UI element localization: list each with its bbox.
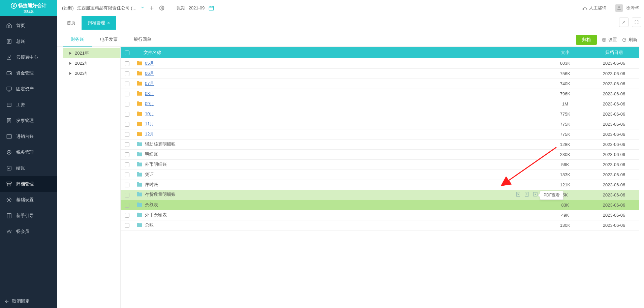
add-company-icon[interactable] [148,5,155,11]
subtab-einvoice[interactable]: 电子发票 [92,33,126,47]
table-row[interactable]: 09月1M2023-06-06 [121,99,639,109]
row-checkbox[interactable] [125,132,129,137]
company-settings-icon[interactable] [158,5,165,11]
file-name[interactable]: 07月 [145,81,154,87]
file-size: 121K [542,180,589,190]
excel-export-icon[interactable] [516,191,521,198]
unpin-button[interactable]: 取消固定 [0,295,57,308]
table-row[interactable]: 08月796K2023-06-06 [121,89,639,99]
tab-archive-close-icon[interactable]: × [107,20,110,26]
row-checkbox[interactable] [125,213,129,218]
table-row[interactable]: 总账130K2023-06-06 [121,220,639,230]
year-node[interactable]: 2021年 [63,48,120,58]
tab-close-all-button[interactable] [619,18,628,27]
table-row[interactable]: 07月740K2023-06-06 [121,79,639,89]
row-checkbox[interactable] [125,173,129,177]
tab-home-label: 首页 [67,20,75,26]
sidebar-item-tax[interactable]: 税务管理 [0,144,57,160]
gear-icon [6,197,12,203]
table-row[interactable]: 05月603K2023-06-06 [121,58,639,68]
file-name[interactable]: 外币余额表 [145,212,167,218]
file-size: 775K [542,119,589,129]
sidebar-item-guide[interactable]: 新手引导 [0,208,57,223]
row-checkbox[interactable] [125,61,129,66]
file-name[interactable]: 总账 [145,222,154,228]
table-row[interactable]: 存货数量明细账PDF查看5K2023-06-06 [121,190,639,200]
file-name[interactable]: 08月 [145,91,154,97]
table-row[interactable]: 凭证183K2023-06-06 [121,170,639,180]
table-row[interactable]: 11月775K2023-06-06 [121,119,639,129]
row-checkbox[interactable] [125,142,129,147]
row-checkbox[interactable] [125,203,129,208]
sidebar-item-close[interactable]: 结账 [0,160,57,176]
table-row[interactable]: 外币余额表49K2023-06-06 [121,210,639,220]
row-checkbox[interactable] [125,152,129,157]
sidebar-item-vip[interactable]: 畅会员 [0,223,57,239]
tab-home[interactable]: 首页 [61,16,82,30]
sidebar-item-invoice[interactable]: 发票管理 [0,113,57,128]
file-name[interactable]: 06月 [145,70,154,76]
folder-icon [137,172,142,177]
svg-point-18 [604,39,605,40]
table-row[interactable]: 明细账230K2023-06-06 [121,149,639,159]
row-checkbox[interactable] [125,82,129,86]
year-node[interactable]: 2022年 [63,58,120,68]
row-checkbox[interactable] [125,193,129,197]
file-name[interactable]: 12月 [145,131,154,137]
row-checkbox[interactable] [125,112,129,117]
file-name[interactable]: 11月 [145,121,154,127]
row-checkbox[interactable] [125,102,129,106]
pdf-view-icon[interactable] [532,191,538,198]
col-size: 大小 [542,47,589,58]
table-row[interactable]: 辅助核算明细账128K2023-06-06 [121,139,639,149]
row-checkbox[interactable] [125,71,129,76]
pdf-export-icon[interactable] [524,191,530,198]
file-name[interactable]: 辅助核算明细账 [145,141,176,147]
file-name[interactable]: 序时账 [145,182,158,188]
file-name[interactable]: 明细账 [145,151,158,157]
sidebar-item-gear[interactable]: 基础设置 [0,192,57,208]
subtab-bank[interactable]: 银行回单 [126,33,159,47]
tab-archive[interactable]: 归档管理 × [82,16,116,30]
table-row[interactable]: 06月756K2023-06-06 [121,68,639,79]
file-name[interactable]: 外币明细账 [145,161,167,167]
sidebar-item-chart[interactable]: 云报表中心 [0,49,57,65]
user-avatar-icon[interactable] [615,4,623,12]
sidebar-item-inout[interactable]: 进销台账 [0,128,57,144]
sidebar-item-salary[interactable]: 工资 [0,97,57,113]
file-name[interactable]: 05月 [145,60,154,66]
table-row[interactable]: 序时账121K2023-06-06 [121,180,639,190]
period-value[interactable]: 2021-09 [189,5,205,10]
file-name[interactable]: 余额表 [145,202,158,208]
row-checkbox[interactable] [125,183,129,187]
table-row[interactable]: 12月775K2023-06-06 [121,129,639,139]
sidebar-item-ledger[interactable]: 总账 [0,33,57,49]
sidebar-item-wallet[interactable]: 资金管理 [0,65,57,81]
calendar-icon[interactable] [208,5,215,11]
file-name[interactable]: 凭证 [145,172,154,178]
row-checkbox[interactable] [125,92,129,96]
table-row[interactable]: 余额表83K2023-06-06 [121,200,639,210]
company-dropdown-icon[interactable] [140,5,145,11]
sidebar-item-home[interactable]: 首页 [0,18,57,33]
table-row[interactable]: 10月775K2023-06-06 [121,109,639,119]
archive-button[interactable]: 归档 [576,35,597,45]
table-row[interactable]: 外币明细账56K2023-06-06 [121,159,639,170]
row-checkbox[interactable] [125,162,129,167]
subtab-finance[interactable]: 财务账 [63,33,92,47]
company-name[interactable]: 江西服宝精品有限责任公司 (… [77,5,137,11]
file-name[interactable]: 10月 [145,111,154,117]
row-checkbox[interactable] [125,122,129,127]
tab-fullscreen-button[interactable] [632,18,641,27]
sidebar-item-archive[interactable]: 归档管理 [0,176,57,192]
user-name[interactable]: 徐泽华 [626,5,639,11]
file-name[interactable]: 存货数量明细账 [145,191,176,197]
sidebar-item-asset[interactable]: 固定资产 [0,81,57,97]
select-all-checkbox[interactable] [125,51,129,55]
support-link[interactable]: 人工咨询 [582,5,607,11]
year-node[interactable]: 2023年 [63,68,120,79]
settings-link[interactable]: 设置 [602,37,617,43]
row-checkbox[interactable] [125,223,129,228]
refresh-link[interactable]: 刷新 [622,37,637,43]
file-name[interactable]: 09月 [145,101,154,107]
